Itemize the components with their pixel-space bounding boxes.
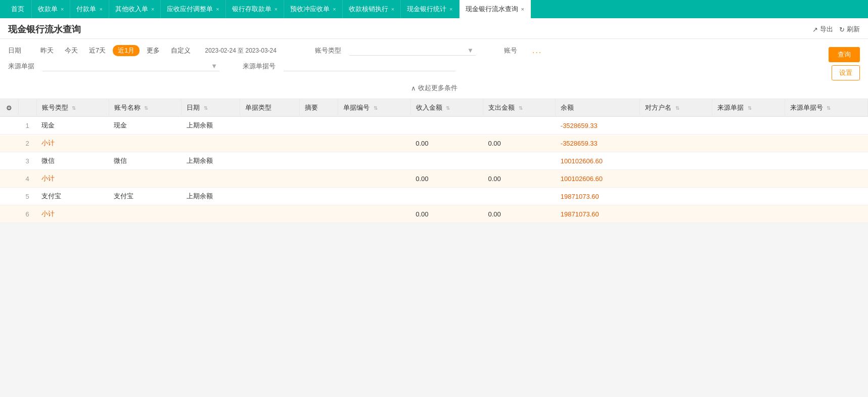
close-icon[interactable]: × [216, 6, 219, 12]
close-icon[interactable]: × [99, 6, 102, 12]
date-btn-yesterday[interactable]: 昨天 [36, 45, 58, 56]
col-income[interactable]: 收入金额 ⇅ [410, 99, 483, 117]
query-button[interactable]: 查询 [829, 47, 860, 62]
row-income-cell: 0.00 [410, 135, 483, 152]
date-btn-today[interactable]: 今天 [61, 45, 82, 56]
row-source-doc-no-cell [785, 117, 867, 135]
row-num-cell: 5 [18, 188, 36, 205]
source-doc-select[interactable]: ▼ [42, 61, 219, 71]
row-account-name-cell [109, 205, 181, 223]
row-counterpart-cell [640, 135, 712, 152]
nav-tab-other-income[interactable]: 其他收入单 × [109, 0, 161, 18]
col-doc-type: 单据类型 [240, 99, 300, 117]
col-source-doc[interactable]: 来源单据 ⇅ [712, 99, 785, 117]
sort-icon: ⇅ [519, 105, 523, 111]
date-btn-custom[interactable]: 自定义 [167, 45, 195, 56]
col-date[interactable]: 日期 ⇅ [181, 99, 240, 117]
row-income-cell: 0.00 [410, 170, 483, 188]
nav-tab-cashflow[interactable]: 现金银行流水查询 × [460, 0, 531, 18]
close-icon[interactable]: × [61, 6, 64, 12]
row-settings-cell [0, 170, 18, 188]
table-row: 3微信微信上期余额100102606.60 [0, 152, 868, 170]
collapse-bar[interactable]: ∧ 收起更多条件 [8, 80, 860, 95]
row-settings-cell [0, 205, 18, 223]
page-header: 现金银行流水查询 ↗ 导出 ↻ 刷新 [0, 18, 868, 39]
table-row: 6小计0.000.0019871073.60 [0, 205, 868, 223]
table-settings-col[interactable]: ⚙ [0, 99, 18, 117]
sort-icon: ⇅ [144, 105, 148, 111]
col-expense[interactable]: 支出金额 ⇅ [483, 99, 556, 117]
row-expense-cell: 0.00 [483, 170, 556, 188]
row-doc-type-cell [240, 117, 300, 135]
export-button[interactable]: ↗ 导出 [812, 25, 833, 34]
account-dots-button[interactable]: ... [532, 46, 542, 55]
row-date-cell: 上期余额 [181, 117, 240, 135]
source-doc-no-input[interactable] [284, 61, 455, 71]
nav-tab-shoukuan[interactable]: 收款单 × [32, 0, 70, 18]
row-account-type-cell: 小计 [36, 170, 109, 188]
nav-tab-stats[interactable]: 现金银行统计 × [401, 0, 459, 18]
sort-icon: ⇅ [827, 105, 831, 111]
row-counterpart-cell [640, 205, 712, 223]
row-date-cell [181, 135, 240, 152]
refresh-button[interactable]: ↻ 刷新 [839, 25, 860, 34]
col-account-name[interactable]: 账号名称 ⇅ [109, 99, 181, 117]
close-icon[interactable]: × [521, 6, 524, 12]
row-doc-no-cell [338, 135, 410, 152]
row-account-name-cell [109, 135, 181, 152]
row-account-name-cell: 微信 [109, 152, 181, 170]
close-icon[interactable]: × [275, 6, 278, 12]
row-account-name-cell: 现金 [109, 117, 181, 135]
row-settings-cell [0, 188, 18, 205]
account-type-select[interactable]: ▼ [349, 46, 476, 56]
date-btn-1month[interactable]: 近1月 [113, 45, 140, 56]
nav-tab-advance[interactable]: 预收冲应收单 × [284, 0, 342, 18]
date-btn-more[interactable]: 更多 [143, 45, 164, 56]
nav-home[interactable]: 首页 [4, 0, 32, 18]
col-account-type[interactable]: 账号类型 ⇅ [36, 99, 109, 117]
row-income-cell [410, 188, 483, 205]
row-source-doc-no-cell [785, 170, 867, 188]
row-income-cell: 0.00 [410, 205, 483, 223]
col-balance: 余额 [556, 99, 640, 117]
col-source-doc-no[interactable]: 来源单据号 ⇅ [785, 99, 867, 117]
row-doc-no-cell [338, 117, 410, 135]
row-settings-cell [0, 117, 18, 135]
account-type-label: 账号类型 [315, 46, 341, 55]
row-counterpart-cell [640, 152, 712, 170]
date-btn-7days[interactable]: 近7天 [85, 45, 110, 56]
col-doc-no[interactable]: 单据编号 ⇅ [338, 99, 410, 117]
row-balance-cell: -3528659.33 [556, 135, 640, 152]
row-doc-type-cell [240, 135, 300, 152]
date-label: 日期 [8, 46, 28, 55]
row-doc-type-cell [240, 152, 300, 170]
export-icon: ↗ [812, 26, 818, 33]
sort-icon: ⇅ [748, 105, 752, 111]
table-area: ⚙ 账号类型 ⇅ 账号名称 ⇅ 日期 ⇅ 单据类型 [0, 99, 868, 223]
close-icon[interactable]: × [449, 6, 452, 12]
nav-tab-adjustment[interactable]: 应收应付调整单 × [161, 0, 225, 18]
gear-icon: ⚙ [6, 104, 12, 112]
filter-right-actions: 查询 设置 [829, 45, 860, 80]
row-doc-no-cell [338, 205, 410, 223]
row-account-type-cell: 小计 [36, 205, 109, 223]
close-icon[interactable]: × [391, 6, 394, 12]
top-nav: 首页 收款单 × 付款单 × 其他收入单 × 应收应付调整单 × 银行存取款单 … [0, 0, 868, 18]
nav-tab-fukuan[interactable]: 付款单 × [70, 0, 109, 18]
row-income-cell [410, 152, 483, 170]
table-row: 5支付宝支付宝上期余额19871073.60 [0, 188, 868, 205]
close-icon[interactable]: × [151, 6, 154, 12]
row-income-cell [410, 117, 483, 135]
col-counterpart[interactable]: 对方户名 ⇅ [640, 99, 712, 117]
close-icon[interactable]: × [333, 6, 336, 12]
settings-button[interactable]: 设置 [832, 65, 860, 80]
sort-icon: ⇅ [72, 105, 76, 111]
row-account-name-cell: 支付宝 [109, 188, 181, 205]
row-num-cell: 2 [18, 135, 36, 152]
row-counterpart-cell [640, 117, 712, 135]
nav-tab-verify[interactable]: 收款核销执行 × [343, 0, 401, 18]
row-num-cell: 4 [18, 170, 36, 188]
nav-tab-bank-deposit[interactable]: 银行存取款单 × [226, 0, 284, 18]
row-source-doc-cell [712, 205, 785, 223]
row-doc-no-cell [338, 188, 410, 205]
